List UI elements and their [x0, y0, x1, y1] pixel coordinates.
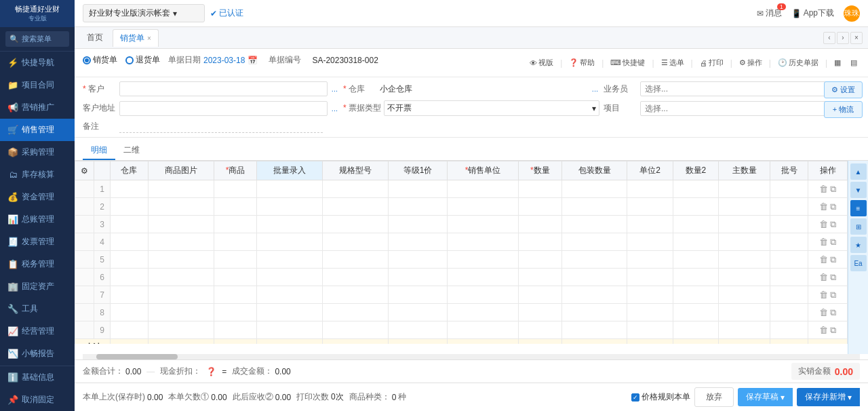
toolbar-layout1[interactable]: ▦ — [831, 57, 844, 68]
row-product[interactable] — [214, 198, 257, 216]
tab-sales-order[interactable]: 销货单 × — [113, 29, 159, 47]
row-delete-icon[interactable]: 🗑 — [819, 254, 828, 265]
toolbar-preview[interactable]: 👁 视版 — [527, 56, 556, 69]
row-pkg-qty[interactable] — [561, 180, 627, 198]
row-product[interactable] — [214, 269, 257, 286]
row-batch[interactable] — [770, 233, 808, 251]
row-qty2[interactable] — [673, 269, 718, 286]
invoice-select[interactable]: 不开票 ▾ — [384, 100, 599, 116]
row-main-qty[interactable] — [719, 321, 770, 339]
search-menu-button[interactable]: 🔍 搜索菜单 — [5, 31, 69, 47]
row-delete-icon[interactable]: 🗑 — [819, 237, 828, 247]
row-unit2[interactable] — [627, 180, 673, 198]
row-unit2[interactable] — [627, 233, 673, 251]
sidebar-item-project[interactable]: 📁 项目合同 — [0, 74, 75, 96]
row-unit[interactable] — [448, 180, 519, 198]
row-spec[interactable] — [323, 321, 389, 339]
row-unit2[interactable] — [627, 304, 673, 321]
tab-2d[interactable]: 二维 — [115, 142, 148, 160]
address-select-button[interactable]: ... — [330, 104, 339, 113]
row-copy-icon[interactable]: ⧉ — [830, 307, 836, 318]
price-rule-checkbox[interactable]: 价格规则本单 — [631, 391, 690, 403]
row-unit[interactable] — [448, 321, 519, 339]
row-unit2[interactable] — [627, 216, 673, 233]
right-panel-btn-5[interactable]: ★ — [850, 237, 867, 253]
th-main-qty[interactable]: 主数量 — [719, 161, 770, 180]
row-warehouse[interactable] — [111, 198, 149, 216]
sidebar-item-tools[interactable]: 🔧 工具 — [0, 298, 75, 320]
table-scroll-wrapper[interactable]: ⚙ 仓库 商品图片 *商品 批量录入 规格型号 等级1价 *销售单位 *数量 包… — [75, 161, 848, 344]
row-delete-icon[interactable]: 🗑 — [819, 184, 828, 194]
scroll-thumb[interactable] — [96, 354, 178, 359]
row-spec[interactable] — [323, 251, 389, 269]
tab-detail[interactable]: 明细 — [83, 142, 115, 160]
row-batch-import[interactable] — [257, 180, 323, 198]
row-batch[interactable] — [770, 321, 808, 339]
row-batch[interactable] — [770, 304, 808, 321]
row-batch-import[interactable] — [257, 321, 323, 339]
row-batch-import[interactable] — [257, 233, 323, 251]
row-warehouse[interactable] — [111, 286, 149, 304]
row-pkg-qty[interactable] — [561, 269, 627, 286]
th-qty[interactable]: *数量 — [518, 161, 561, 180]
salesperson-input[interactable] — [640, 81, 848, 96]
address-input[interactable] — [119, 101, 328, 116]
customer-input[interactable] — [119, 81, 328, 96]
row-unit2[interactable] — [627, 198, 673, 216]
row-main-qty[interactable] — [719, 180, 770, 198]
th-pkg-qty[interactable]: 包装数量 — [561, 161, 627, 180]
row-copy-icon[interactable]: ⧉ — [830, 254, 836, 265]
sidebar-item-reports[interactable]: 📉 小畅报告 — [0, 342, 75, 365]
row-unit2[interactable] — [627, 251, 673, 269]
row-product-img[interactable] — [148, 269, 214, 286]
row-price1[interactable] — [388, 321, 448, 339]
sidebar-item-tax[interactable]: 📋 税务管理 — [0, 253, 75, 275]
row-copy-icon[interactable]: ⧉ — [830, 184, 836, 195]
row-product-img[interactable] — [148, 286, 214, 304]
sidebar-item-basic-info[interactable]: ℹ️ 基础信息 — [0, 366, 75, 389]
row-copy-icon[interactable]: ⧉ — [830, 290, 836, 300]
row-delete-icon[interactable]: 🗑 — [819, 290, 828, 300]
row-price1[interactable] — [388, 251, 448, 269]
row-delete-icon[interactable]: 🗑 — [819, 219, 828, 229]
row-warehouse[interactable] — [111, 216, 149, 233]
row-unit[interactable] — [448, 269, 519, 286]
row-spec[interactable] — [323, 304, 389, 321]
radio-sales-order[interactable]: 销货单 — [83, 54, 117, 66]
th-unit2[interactable]: 单位2 — [627, 161, 673, 180]
row-unit2[interactable] — [627, 321, 673, 339]
row-qty2[interactable] — [673, 251, 718, 269]
row-spec[interactable] — [323, 233, 389, 251]
toolbar-operate[interactable]: ⚙ 操作 — [736, 56, 765, 69]
row-batch-import[interactable] — [257, 286, 323, 304]
row-spec[interactable] — [323, 180, 389, 198]
th-batch[interactable]: 批号 — [770, 161, 808, 180]
sidebar-item-sales[interactable]: 🛒 销售管理 — [0, 119, 75, 141]
row-spec[interactable] — [323, 198, 389, 216]
th-product-img[interactable]: 商品图片 — [148, 161, 214, 180]
app-download-button[interactable]: 📱 App下载 — [791, 7, 834, 19]
sidebar-item-purchase[interactable]: 📦 采购管理 — [0, 141, 75, 163]
horizontal-scrollbar[interactable] — [83, 354, 860, 359]
row-unit[interactable] — [448, 233, 519, 251]
save-new-button[interactable]: 保存并新增 ▾ — [797, 388, 860, 406]
row-spec[interactable] — [323, 269, 389, 286]
toolbar-select[interactable]: ☰ 选单 — [658, 56, 687, 69]
sidebar-item-ops[interactable]: 📈 经营管理 — [0, 320, 75, 342]
row-delete-icon[interactable]: 🗑 — [819, 307, 828, 317]
row-warehouse[interactable] — [111, 269, 149, 286]
row-product-img[interactable] — [148, 216, 214, 233]
tab-home[interactable]: 首页 — [80, 29, 110, 46]
row-main-qty[interactable] — [719, 233, 770, 251]
row-product[interactable] — [214, 233, 257, 251]
sidebar-item-accounting[interactable]: 📊 总账管理 — [0, 208, 75, 231]
row-warehouse[interactable] — [111, 304, 149, 321]
th-spec[interactable]: 规格型号 — [323, 161, 389, 180]
row-unit[interactable] — [448, 286, 519, 304]
abandon-button[interactable]: 放弃 — [694, 387, 734, 407]
toolbar-shortcut[interactable]: ⌨ 快捷键 — [608, 56, 648, 69]
row-product[interactable] — [214, 251, 257, 269]
remark-input[interactable] — [119, 120, 323, 133]
row-batch-import[interactable] — [257, 198, 323, 216]
discount-help-icon[interactable]: ❓ — [206, 367, 216, 376]
